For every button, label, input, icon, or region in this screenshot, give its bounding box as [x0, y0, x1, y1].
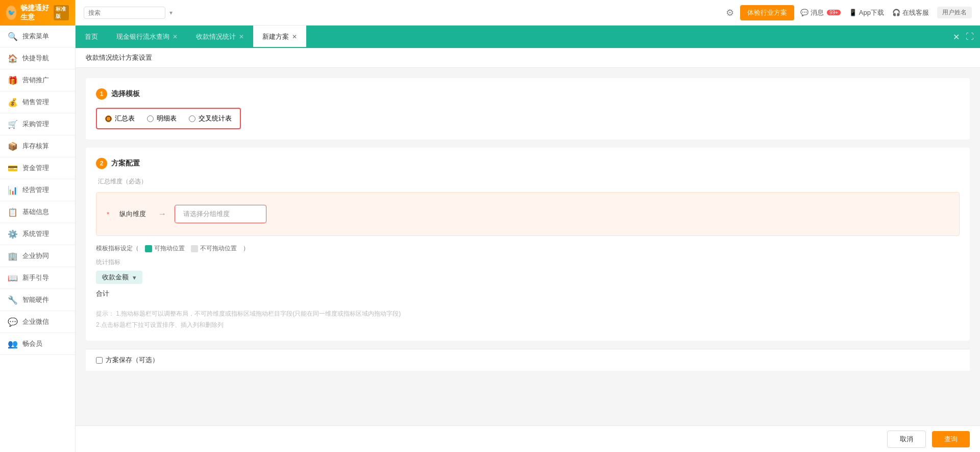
service-label: 在线客服	[902, 8, 929, 17]
radio-cross[interactable]: 交叉统计表	[189, 114, 232, 123]
radio-detail-input[interactable]	[147, 115, 154, 122]
tab-new-plan-close[interactable]: ✕	[292, 33, 297, 40]
sidebar-item-quick-nav[interactable]: 🏠 快捷导航	[0, 47, 75, 69]
sidebar-item-inventory[interactable]: 📦 库存核算	[0, 135, 75, 157]
sidebar-item-purchase[interactable]: 🛒 采购管理	[0, 113, 75, 135]
tab-collection-stats-close[interactable]: ✕	[239, 33, 244, 40]
sidebar-item-member[interactable]: 👥 畅会员	[0, 333, 75, 355]
section2-label: 方案配置	[111, 159, 140, 168]
cancel-button[interactable]: 取消	[887, 431, 926, 448]
save-checkbox-label[interactable]: 方案保存（可选）	[96, 355, 159, 365]
tab-bank-flow[interactable]: 现金银行流水查询 ✕	[107, 26, 187, 48]
tip-line-2: 2.点击标题栏下拉可设置排序、插入列和删除列	[96, 320, 960, 331]
sidebar-label-member: 畅会员	[22, 339, 42, 348]
sidebar-item-newbie-guide[interactable]: 📖 新手引导	[0, 267, 75, 289]
save-checkbox-text: 方案保存（可选）	[106, 355, 159, 365]
download-item[interactable]: 📱 App下载	[849, 8, 884, 17]
section1-label: 选择模板	[111, 89, 140, 99]
tip-area: 提示： 1.拖动标题栏可以调整布局，不可跨维度或指标区域拖动栏目字段(只能在同一…	[96, 308, 960, 330]
sidebar-label-enterprise-collab: 企业协同	[22, 251, 49, 260]
sidebar-item-smart-hardware[interactable]: 🔧 智能硬件	[0, 289, 75, 311]
sidebar-label-smart-hardware: 智能硬件	[22, 295, 49, 304]
vertical-dimension-label: 纵向维度	[119, 209, 150, 219]
tab-bar-actions: ✕ ⛶	[953, 26, 980, 48]
section2-title: 2 方案配置	[96, 158, 960, 169]
notification-item[interactable]: 💬 消息 99+	[800, 8, 841, 17]
query-button[interactable]: 查询	[932, 431, 970, 447]
basic-info-icon: 📋	[8, 207, 17, 217]
tab-collection-stats[interactable]: 收款情况统计 ✕	[187, 26, 253, 48]
service-item[interactable]: 🎧 在线客服	[892, 8, 929, 17]
member-icon: 👥	[8, 339, 17, 348]
main-area: ▾ ⚙ 体验行业方案 💬 消息 99+ 📱 App下载 🎧 在线客服 用户姓名 …	[76, 0, 980, 452]
edition-badge: 标准版	[54, 5, 69, 20]
sidebar-label-search-menu: 搜索菜单	[22, 32, 49, 41]
sidebar-label-marketing: 营销推广	[22, 76, 49, 85]
stats-column: 统计指标 收款金额 ▾ 合计	[96, 258, 198, 300]
sidebar-item-search-menu[interactable]: 🔍 搜索菜单	[0, 26, 75, 47]
sidebar-item-operations[interactable]: 📊 经营管理	[0, 179, 75, 201]
non-draggable-label: 不可拖动位置	[200, 244, 237, 253]
settings-icon[interactable]: ⚙	[726, 7, 734, 18]
sidebar-label-sales: 销售管理	[22, 98, 49, 107]
section2-number: 2	[96, 158, 107, 169]
tab-close-all-icon[interactable]: ✕	[953, 32, 960, 42]
tip-line-1: 提示： 1.拖动标题栏可以调整布局，不可跨维度或指标区域拖动栏目字段(只能在同一…	[96, 308, 960, 320]
dimension-select[interactable]: 请选择分组维度	[175, 205, 266, 223]
required-star: *	[107, 210, 109, 218]
page-title: 收款情况统计方案设置	[86, 54, 152, 61]
radio-summary-input[interactable]	[105, 115, 112, 122]
newbie-guide-icon: 📖	[8, 273, 17, 282]
stats-tag[interactable]: 收款金额 ▾	[96, 271, 142, 284]
sidebar-item-system[interactable]: ⚙️ 系统管理	[0, 223, 75, 245]
metrics-close-paren: ）	[243, 244, 249, 253]
sidebar-label-inventory: 库存核算	[22, 141, 49, 151]
tab-new-plan[interactable]: 新建方案 ✕	[253, 26, 306, 48]
sidebar-label-system: 系统管理	[22, 229, 49, 239]
non-draggable-indicator: 不可拖动位置	[191, 244, 237, 253]
sidebar-item-enterprise-wechat[interactable]: 💬 企业微信	[0, 311, 75, 333]
metrics-columns: 统计指标 收款金额 ▾ 合计	[96, 258, 960, 300]
arrow-icon: →	[158, 209, 166, 219]
quick-nav-icon: 🏠	[8, 54, 17, 63]
sidebar-item-finance[interactable]: 💳 资金管理	[0, 157, 75, 179]
metrics-section: 模板指标设定（ 可拖动位置 不可拖动位置 ） 统计指标	[96, 244, 960, 330]
sidebar-label-basic-info: 基础信息	[22, 207, 49, 217]
section-config: 2 方案配置 汇总维度（必选） * 纵向维度 → 请选择分组维度	[86, 148, 970, 341]
trial-button[interactable]: 体验行业方案	[740, 5, 794, 20]
search-input[interactable]	[84, 7, 165, 19]
app-name: 畅捷通好生意	[20, 4, 52, 22]
enterprise-collab-icon: 🏢	[8, 251, 17, 260]
radio-cross-input[interactable]	[189, 115, 195, 122]
tab-home[interactable]: 首页	[76, 26, 107, 48]
sidebar-item-marketing[interactable]: 🎁 营销推广	[0, 69, 75, 91]
radio-summary[interactable]: 汇总表	[105, 114, 135, 123]
tab-home-label: 首页	[85, 32, 98, 41]
content-area: 收款情况统计方案设置 1 选择模板 汇总表 明细表	[76, 48, 980, 452]
tab-bar: 首页 现金银行流水查询 ✕ 收款情况统计 ✕ 新建方案 ✕ ✕ ⛶	[76, 26, 980, 48]
section-template: 1 选择模板 汇总表 明细表 交叉统计表	[86, 78, 970, 139]
stats-tag-label: 收款金额	[102, 273, 129, 282]
radio-detail[interactable]: 明细表	[147, 114, 177, 123]
tab-expand-icon[interactable]: ⛶	[966, 32, 974, 41]
save-area: 方案保存（可选）	[86, 349, 970, 371]
template-selector: 汇总表 明细表 交叉统计表	[96, 108, 241, 129]
sidebar-item-enterprise-collab[interactable]: 🏢 企业协同	[0, 245, 75, 267]
notification-badge: 99+	[827, 10, 841, 15]
notification-label: 消息	[811, 8, 824, 17]
draggable-label: 可拖动位置	[154, 244, 185, 253]
top-header: ▾ ⚙ 体验行业方案 💬 消息 99+ 📱 App下载 🎧 在线客服 用户姓名	[76, 0, 980, 26]
radio-cross-label: 交叉统计表	[199, 114, 232, 123]
system-icon: ⚙️	[8, 229, 17, 239]
metrics-label-row: 模板指标设定（ 可拖动位置 不可拖动位置 ）	[96, 244, 960, 253]
sidebar-item-basic-info[interactable]: 📋 基础信息	[0, 201, 75, 223]
inventory-icon: 📦	[8, 141, 17, 151]
page-header: 收款情况统计方案设置	[76, 48, 980, 68]
user-name[interactable]: 用户姓名	[937, 7, 972, 18]
save-checkbox-input[interactable]	[96, 357, 103, 364]
sidebar-item-sales[interactable]: 💰 销售管理	[0, 91, 75, 113]
download-label: App下载	[859, 8, 884, 17]
sidebar: 🐦 畅捷通好生意 标准版 🔍 搜索菜单 🏠 快捷导航 🎁 营销推广 💰 销售管理…	[0, 0, 76, 452]
search-menu-icon: 🔍	[8, 32, 17, 41]
tab-bank-flow-close[interactable]: ✕	[173, 33, 178, 40]
